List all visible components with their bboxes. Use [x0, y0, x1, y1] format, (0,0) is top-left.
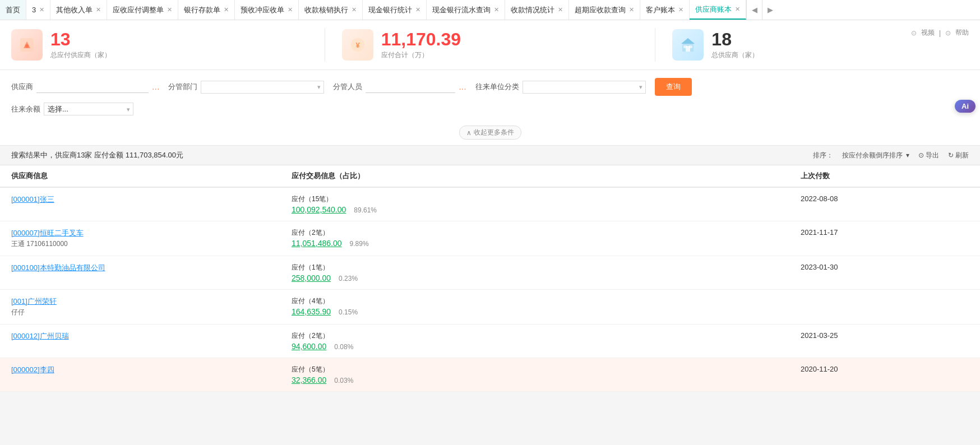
nav-verify[interactable]: 收款核销执行 ✕	[299, 0, 363, 20]
supplier-sub: 仔仔	[11, 308, 292, 317]
filter-balance: 往来余额 选择...	[11, 103, 133, 115]
filter-category: 往来单位分类	[475, 81, 646, 94]
close-pre-receive[interactable]: ✕	[288, 6, 293, 13]
supplier-link[interactable]: [000007]恒旺二手叉车	[11, 229, 84, 237]
filter-row-1: 供应商 ... 分管部门 分管人员 ... 往来单位分类 查询	[11, 78, 969, 96]
supplier-link[interactable]: [001]广州荣轩	[11, 297, 57, 305]
nav-cash-stats[interactable]: 现金银行统计 ✕	[363, 0, 427, 20]
balance-filter-label: 往来余额	[11, 104, 40, 114]
result-info: 搜索结果中，供应商13家 应付金额 111,703,854.00元	[11, 150, 183, 160]
nav-tab3[interactable]: 3 ✕	[26, 0, 50, 20]
close-supplier-ledger[interactable]: ✕	[735, 6, 740, 13]
dept-select[interactable]	[201, 81, 324, 94]
category-select[interactable]	[523, 81, 646, 94]
supplier-link[interactable]: [000002]李四	[11, 365, 54, 374]
close-bank-deposit[interactable]: ✕	[224, 6, 229, 13]
nav-home[interactable]: 首页	[0, 0, 26, 20]
nav-other-income[interactable]: 其他收入单 ✕	[50, 0, 107, 20]
table-row: [000002]李四 应付（5笔） 32,366.00 0.03% 2020-1…	[0, 358, 980, 392]
category-select-wrap	[523, 81, 646, 94]
video-link[interactable]: 视频	[921, 28, 935, 38]
refresh-button[interactable]: ↻ 刷新	[948, 151, 969, 160]
supplier-info-cell: [000007]恒旺二手叉车 王通 17106110000	[11, 228, 292, 249]
svg-rect-8	[689, 45, 692, 48]
tx-amount[interactable]: 94,600.00	[292, 342, 326, 351]
sort-chevron-icon: ▾	[906, 151, 909, 159]
filter-row-2: 往来余额 选择...	[11, 103, 969, 115]
sort-value[interactable]: 按应付余额倒序排序 ▾	[842, 151, 909, 160]
collapse-button[interactable]: ∧ 收起更多条件	[459, 126, 521, 140]
supplier-input[interactable]	[36, 81, 149, 93]
tx-amount[interactable]: 32,366.00	[292, 376, 326, 384]
col-supplier-info: 供应商信息	[11, 171, 292, 181]
filter-person: 分管人员 ...	[333, 81, 466, 93]
close-tab3[interactable]: ✕	[39, 6, 44, 13]
close-cash-stats[interactable]: ✕	[415, 6, 420, 13]
result-bar: 搜索结果中，供应商13家 应付金额 111,703,854.00元 排序： 按应…	[0, 146, 980, 165]
nav-bank-deposit[interactable]: 银行存款单 ✕	[178, 0, 235, 20]
supplier-info-cell: [001]广州荣轩 仔仔	[11, 296, 292, 317]
total-suppliers-icon	[672, 29, 704, 61]
tx-amount[interactable]: 100,092,540.00	[292, 205, 346, 214]
result-actions: 排序： 按应付余额倒序排序 ▾ ⊙ 导出 ↻ 刷新	[813, 151, 969, 160]
stat-amount-text: 11,170.39 应付合计（万）	[381, 30, 461, 60]
nav-pre-receive[interactable]: 预收冲应收单 ✕	[235, 0, 299, 20]
ai-button[interactable]: Ai	[955, 100, 976, 113]
nav-adjust[interactable]: 应收应付调整单 ✕	[107, 0, 178, 20]
last-pay-cell: 2021-11-17	[801, 228, 969, 237]
last-pay-cell: 2021-03-25	[801, 331, 969, 340]
person-dots[interactable]: ...	[459, 82, 466, 92]
tx-info-cell: 应付（4笔） 164,635.90 0.15%	[292, 296, 801, 316]
nav-overdue[interactable]: 超期应收款查询 ✕	[569, 0, 640, 20]
supplier-sub: 王通 17106110000	[11, 239, 292, 249]
last-pay-cell: 2023-01-30	[801, 263, 969, 271]
supplier-link[interactable]: [000100]本特勤油品有限公司	[11, 263, 105, 272]
export-button[interactable]: ⊙ 导出	[918, 151, 939, 160]
query-button[interactable]: 查询	[655, 78, 692, 96]
balance-select-wrap: 选择...	[44, 103, 133, 115]
close-payment-stats[interactable]: ✕	[558, 6, 563, 13]
table-row: [001]广州荣轩 仔仔 应付（4笔） 164,635.90 0.15%	[0, 290, 980, 325]
sort-label: 排序：	[813, 151, 833, 160]
svg-marker-5	[681, 38, 695, 44]
collapse-label: 收起更多条件	[474, 128, 514, 137]
payable-amount-icon: ¥	[342, 29, 373, 61]
nav-customer-ledger[interactable]: 客户账本 ✕	[640, 0, 690, 20]
supplier-link[interactable]: [000001]张三	[11, 195, 54, 203]
dept-filter-label: 分管部门	[168, 82, 197, 92]
nav-left-arrow[interactable]: ◀	[746, 0, 762, 20]
tx-amount[interactable]: 11,051,486.00	[292, 239, 342, 248]
nav-cash-flow[interactable]: 现金银行流水查询 ✕	[427, 0, 505, 20]
close-overdue[interactable]: ✕	[629, 6, 634, 13]
table-row: [000001]张三 应付（15笔） 100,092,540.00 89.61%…	[0, 188, 980, 221]
table-header: 供应商信息 应付交易信息（占比） 上次付数	[0, 165, 980, 188]
tx-amount[interactable]: 164,635.90	[292, 307, 331, 316]
person-input[interactable]	[366, 81, 455, 93]
tx-pct: 9.89%	[350, 240, 369, 248]
top-right-links: ⊙ 视频 | ⊙ 帮助	[911, 28, 969, 38]
close-adjust[interactable]: ✕	[167, 6, 172, 13]
nav-supplier-ledger[interactable]: 供应商账本 ✕	[690, 0, 746, 20]
supplier-filter-label: 供应商	[11, 82, 33, 92]
refresh-icon: ↻	[948, 151, 954, 159]
tx-amount[interactable]: 258,000.00	[292, 274, 331, 282]
filter-area: 供应商 ... 分管部门 分管人员 ... 往来单位分类 查询	[0, 70, 980, 146]
stat-payable-text: 13 总应付供应商（家）	[50, 30, 111, 60]
supplier-link[interactable]: [000012]广州贝瑞	[11, 332, 69, 340]
help-link[interactable]: 帮助	[955, 28, 969, 38]
close-customer-ledger[interactable]: ✕	[678, 6, 683, 13]
balance-select[interactable]: 选择...	[44, 103, 133, 115]
close-cash-flow[interactable]: ✕	[494, 6, 499, 13]
supplier-dots[interactable]: ...	[152, 82, 159, 92]
nav-payment-stats[interactable]: 收款情况统计 ✕	[505, 0, 569, 20]
close-verify[interactable]: ✕	[352, 6, 357, 13]
filter-supplier: 供应商 ...	[11, 81, 159, 93]
table-row: [000100]本特勤油品有限公司 应付（1笔） 258,000.00 0.23…	[0, 256, 980, 290]
collapse-bar: ∧ 收起更多条件	[11, 122, 969, 145]
nav-right-arrow[interactable]: ▶	[762, 0, 778, 20]
svg-rect-7	[683, 45, 687, 48]
svg-text:¥: ¥	[355, 41, 360, 49]
close-other-income[interactable]: ✕	[96, 6, 101, 13]
person-filter-label: 分管人员	[333, 82, 362, 92]
payable-suppliers-icon	[11, 29, 43, 61]
